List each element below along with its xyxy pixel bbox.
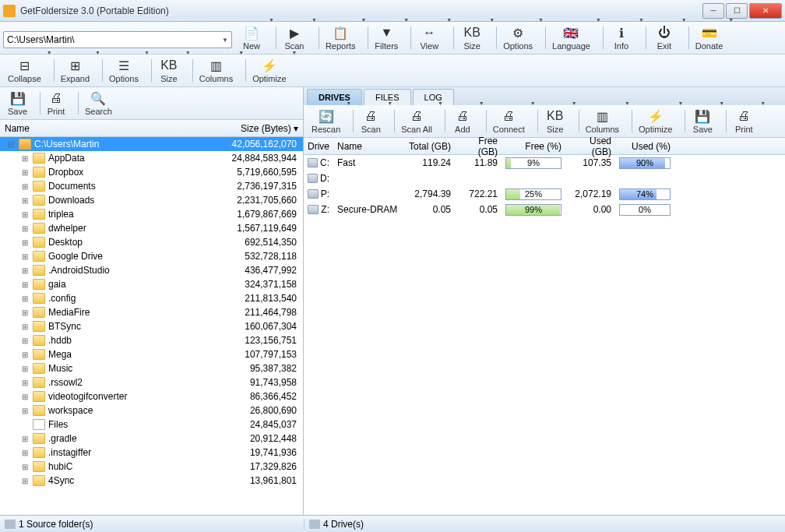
add-button[interactable]: 🖨Add — [447, 107, 478, 136]
tree-row[interactable]: ⊞AppData24,884,583,944 — [0, 151, 303, 165]
dropdown-arrow-icon[interactable]: ▼ — [572, 100, 577, 129]
dropdown-arrow-icon[interactable]: ▼ — [71, 87, 76, 111]
drive-body[interactable]: C:Fast119.2411.899%107.3590%D:P:2,794.39… — [304, 155, 785, 515]
info-button[interactable]: ℹInfo — [605, 23, 638, 52]
expand-icon[interactable]: ⊞ — [20, 435, 30, 443]
search-button[interactable]: 🔍Search — [80, 89, 117, 118]
tab-drives[interactable]: DRIVES — [307, 89, 362, 105]
tree-row[interactable]: ⊞4Sync13,961,801 — [0, 474, 303, 488]
drive-row[interactable]: D: — [304, 171, 785, 186]
tree-row[interactable]: ⊞.AndroidStudio436,477,992 — [0, 263, 303, 277]
dropdown-arrow-icon[interactable]: ▼ — [639, 17, 644, 46]
scan2-button[interactable]: 🖨Scan — [355, 107, 386, 136]
column-header-size[interactable]: Size (Bytes) ▾ — [217, 123, 303, 134]
dropdown-arrow-icon[interactable]: ▼ — [625, 100, 630, 129]
expand-icon[interactable]: ⊞ — [20, 407, 30, 415]
rescan-button[interactable]: 🔄Rescan — [307, 107, 345, 136]
expand-icon[interactable]: ⊞ — [20, 322, 30, 331]
language-button[interactable]: 🇬🇧Language — [547, 23, 595, 52]
dropdown-arrow-icon[interactable]: ▼ — [33, 87, 38, 111]
expand-icon[interactable]: ⊞ — [20, 351, 30, 359]
columns-button[interactable]: ▥Columns — [195, 56, 238, 85]
dropdown-arrow-icon[interactable]: ▼ — [596, 17, 601, 46]
expand-icon[interactable]: ⊞ — [20, 224, 30, 233]
tree-row[interactable]: ⊟C:\Users\Martin42,056,162,070 — [0, 137, 303, 151]
tree-row[interactable]: ⊞.rssowl291,743,958 — [0, 375, 303, 389]
dropdown-arrow-icon[interactable]: ▼ — [95, 50, 100, 79]
tree-row[interactable]: ⊞Desktop692,514,350 — [0, 235, 303, 249]
expand-icon[interactable]: ⊞ — [20, 294, 30, 303]
print2-button[interactable]: 🖨Print — [728, 107, 759, 136]
column-header-total[interactable]: Total (GB) — [405, 141, 455, 152]
column-header-free[interactable]: Free (GB) — [455, 136, 502, 157]
tree-row[interactable]: ⊞Music95,387,382 — [0, 361, 303, 375]
tree-row[interactable]: ⊞triplea1,679,867,669 — [0, 207, 303, 221]
dropdown-arrow-icon[interactable]: ▼ — [678, 100, 683, 129]
expand-icon[interactable]: ⊞ — [20, 365, 30, 373]
tree-row[interactable]: ⊞Mega107,797,153 — [0, 347, 303, 361]
tree-row[interactable]: ⊞BTSync160,067,304 — [0, 319, 303, 333]
expand-icon[interactable]: ⊟ — [6, 140, 16, 149]
expand-icon[interactable]: ⊞ — [20, 266, 30, 275]
dropdown-arrow-icon[interactable]: ▼ — [144, 50, 150, 79]
optimize2-button[interactable]: ⚡Optimize — [634, 107, 677, 136]
dropdown-arrow-icon[interactable]: ▼ — [185, 50, 191, 79]
tree-row[interactable]: ⊞.instagiffer19,741,936 — [0, 446, 303, 460]
column-header-drive[interactable]: Drive — [304, 141, 333, 152]
tree-row[interactable]: ⊞.hddb123,156,751 — [0, 333, 303, 347]
expand-icon[interactable]: ⊞ — [20, 308, 30, 317]
tree-row[interactable]: ⊞dwhelper1,567,119,649 — [0, 221, 303, 235]
options2-button[interactable]: ☰Options — [104, 56, 143, 85]
drive-row[interactable]: P:2,794.39722.2125%2,072.1974% — [304, 186, 785, 202]
expand-button[interactable]: ⊞Expand — [56, 56, 94, 85]
expand-icon[interactable]: ⊞ — [20, 336, 30, 345]
collapse-button[interactable]: ⊟Collapse — [3, 56, 46, 85]
dropdown-arrow-icon[interactable]: ▼ — [403, 17, 409, 46]
reports-button[interactable]: 📋Reports — [321, 23, 361, 52]
maximize-button[interactable]: ☐ — [726, 3, 748, 19]
expand-icon[interactable]: ⊞ — [20, 379, 30, 387]
dropdown-arrow-icon[interactable]: ▼ — [438, 100, 443, 129]
column-header-used[interactable]: Used (GB) — [565, 136, 615, 157]
drive-row[interactable]: C:Fast119.2411.899%107.3590% — [304, 155, 785, 171]
tree-row[interactable]: ⊞Google Drive532,728,118 — [0, 249, 303, 263]
dropdown-arrow-icon[interactable]: ▼ — [346, 100, 351, 129]
view-button[interactable]: ↔View — [413, 23, 445, 52]
tree-row[interactable]: ⊞gaia324,371,158 — [0, 277, 303, 291]
expand-icon[interactable]: ⊞ — [20, 449, 30, 457]
size3-button[interactable]: KBSize — [540, 107, 571, 136]
expand-icon[interactable]: ⊞ — [20, 168, 30, 177]
dropdown-arrow-icon[interactable]: ▼ — [118, 87, 123, 111]
tree-row[interactable]: ⊞hubiC17,329,826 — [0, 460, 303, 474]
column-header-usedpct[interactable]: Used (%) — [615, 141, 674, 152]
dropdown-arrow-icon[interactable]: ▼ — [292, 50, 297, 79]
donate-button[interactable]: 💳Donate — [691, 23, 727, 52]
size-button[interactable]: KBSize — [456, 23, 488, 52]
optimize-button[interactable]: ⚡Optimize — [248, 56, 290, 85]
dropdown-arrow-icon[interactable]: ▼ — [479, 100, 484, 129]
minimize-button[interactable]: ─ — [702, 3, 724, 19]
options-button[interactable]: ⚙Options — [498, 23, 537, 52]
tree-row[interactable]: ⊞workspace26,800,690 — [0, 403, 303, 417]
tree-row[interactable]: ⊞Documents2,736,197,315 — [0, 179, 303, 193]
drive-row[interactable]: Z:Secure-DRAM0.050.0599%0.000% — [304, 202, 785, 217]
dropdown-arrow-icon[interactable]: ▼ — [238, 50, 244, 79]
dropdown-arrow-icon[interactable]: ▼ — [538, 17, 544, 46]
dropdown-arrow-icon[interactable]: ▼ — [760, 100, 766, 129]
tree-row[interactable]: Files24,845,037 — [0, 417, 303, 432]
tree-row[interactable]: ⊞.gradle20,912,448 — [0, 432, 303, 446]
column-header-freepct[interactable]: Free (%) — [502, 141, 565, 152]
expand-icon[interactable]: ⊞ — [20, 252, 30, 261]
dropdown-arrow-icon[interactable]: ▼ — [269, 17, 274, 46]
tree-row[interactable]: ⊞.config211,813,540 — [0, 291, 303, 305]
column-header-name[interactable]: Name — [0, 123, 217, 134]
new-button[interactable]: 📄New — [235, 23, 268, 52]
scanall-button[interactable]: 🖨Scan All — [396, 107, 437, 136]
close-button[interactable]: ✕ — [749, 3, 782, 19]
dropdown-arrow-icon[interactable]: ▼ — [312, 17, 317, 46]
filters-button[interactable]: ▼Filters — [370, 23, 403, 52]
dropdown-arrow-icon[interactable]: ▼ — [728, 17, 734, 46]
connect-button[interactable]: 🖨Connect — [488, 107, 530, 136]
dropdown-arrow-icon[interactable]: ▼ — [446, 17, 452, 46]
tree-row[interactable]: ⊞videotogifconverter86,366,452 — [0, 389, 303, 403]
